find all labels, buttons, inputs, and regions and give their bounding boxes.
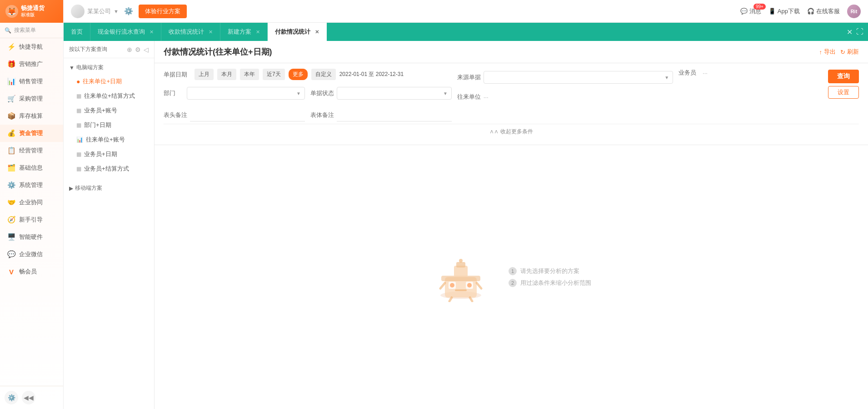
topbar-settings-icon[interactable]: ⚙️: [124, 7, 133, 15]
scheme-unit-account[interactable]: 📊 往来单位+账号: [64, 132, 154, 147]
topbar-company: 某某公司: [87, 7, 111, 15]
counterparty-dots[interactable]: ···: [484, 94, 489, 101]
export-label: 导出: [824, 48, 836, 56]
date-btn-custom[interactable]: 自定义: [311, 69, 336, 80]
tab-close-all-btn[interactable]: ✕: [847, 28, 853, 36]
add-scheme-btn[interactable]: ⊕: [127, 46, 132, 53]
page-actions: ↑ 导出 ↻ 刷新: [819, 48, 859, 56]
date-btn-this-year[interactable]: 本年: [240, 69, 259, 80]
capital-icon: 💰: [7, 129, 15, 137]
section-arrow-icon: ▼: [69, 65, 75, 71]
topbar-user[interactable]: Rit: [847, 5, 861, 18]
sidebar-settings-btn[interactable]: ⚙️: [5, 391, 18, 404]
inventory-icon: 📦: [7, 112, 15, 120]
tab-receivable-close[interactable]: ✕: [209, 29, 213, 35]
topbar-avatar: [71, 5, 85, 18]
source-select[interactable]: ▼: [484, 71, 673, 84]
collapse-panel-btn[interactable]: ◁: [144, 46, 149, 53]
body-note-input[interactable]: [337, 109, 452, 121]
tab-new-scheme[interactable]: 新建方案 ✕: [220, 23, 268, 41]
export-btn[interactable]: ↑ 导出: [819, 48, 836, 56]
topbar-messages[interactable]: 💬 消息 99+: [740, 7, 761, 15]
tab-payment[interactable]: 付款情况统计 ✕: [268, 23, 327, 41]
scheme-staff-settle[interactable]: ▦ 业务员+结算方式: [64, 162, 154, 176]
step-1-text: 请先选择要分析的方案: [520, 267, 579, 275]
topbar-dropdown-icon[interactable]: ▼: [114, 9, 119, 14]
staff-dots[interactable]: ···: [703, 70, 708, 76]
svg-point-6: [467, 283, 472, 288]
date-btn-more[interactable]: 更多: [289, 69, 308, 80]
left-panel-header: 按以下方案查询 ⊕ ⚙ ◁: [64, 41, 154, 58]
sidebar-nav: ⚡ 快捷导航 🎁 营销推广 📊 销售管理 🛒 采购管理 📦 库存核算 💰 资金管…: [0, 38, 63, 386]
sidebar-item-quick-nav[interactable]: ⚡ 快捷导航: [0, 38, 63, 56]
refresh-btn[interactable]: ↻ 刷新: [840, 48, 859, 56]
filter-body-note: 表体备注: [310, 106, 452, 124]
receipt-status-label: 单据状态: [310, 89, 334, 97]
settings-scheme-btn[interactable]: ⚙: [135, 46, 141, 53]
refresh-label: 刷新: [847, 48, 859, 56]
sidebar-item-operations[interactable]: 📋 经营管理: [0, 142, 63, 159]
filter-action-btns: 查询 设置: [823, 69, 859, 99]
scheme-icon-6: ▦: [76, 166, 81, 172]
date-btn-this-month[interactable]: 本月: [217, 69, 236, 80]
tab-payment-close[interactable]: ✕: [315, 29, 319, 35]
sidebar-item-inventory[interactable]: 📦 库存核算: [0, 107, 63, 125]
tab-expand-btn[interactable]: ⛶: [856, 28, 863, 36]
logo-icon: 🦊: [5, 5, 18, 18]
page-title: 付款情况统计(往来单位+日期): [164, 46, 272, 57]
sidebar-item-enterprise[interactable]: 🤝 企业协同: [0, 194, 63, 211]
collapse-more-btn[interactable]: ∧∧ 收起更多条件: [164, 124, 859, 139]
date-btn-7days[interactable]: 近7天: [263, 69, 285, 80]
filter-header-note: 表头备注: [164, 106, 305, 124]
mobile-section-title[interactable]: ▶ 移动端方案: [64, 182, 154, 195]
filter-row-2: 部门 ▼ 单据状态 ▼: [164, 85, 452, 102]
sidebar-item-basic[interactable]: 🗂️ 基础信息: [0, 159, 63, 177]
trial-button[interactable]: 体验行业方案: [139, 5, 187, 18]
tab-receivable-label: 收款情况统计: [169, 28, 204, 36]
sidebar-search[interactable]: 🔍 搜索菜单: [0, 23, 63, 38]
search-icon: 🔍: [5, 27, 11, 34]
date-btn-last-month[interactable]: 上月: [195, 69, 214, 80]
scheme-staff-account[interactable]: ▦ 业务员+账号: [64, 103, 154, 118]
tab-home[interactable]: 首页: [64, 23, 90, 41]
sidebar-item-sales[interactable]: 📊 销售管理: [0, 73, 63, 90]
logo-sub: 标准版: [21, 12, 45, 18]
scheme-staff-date[interactable]: ▦ 业务员+日期: [64, 147, 154, 162]
desktop-section-title[interactable]: ▼ 电脑端方案: [64, 61, 154, 74]
query-button[interactable]: 查询: [828, 70, 859, 83]
capital-label: 资金管理: [19, 129, 43, 137]
dept-select[interactable]: ▼: [187, 87, 305, 100]
tab-new-scheme-close[interactable]: ✕: [256, 29, 260, 35]
header-note-input[interactable]: [190, 109, 305, 121]
tab-new-scheme-label: 新建方案: [228, 28, 251, 36]
filter-source: 来源单据 ▼: [457, 69, 673, 86]
sidebar-item-system[interactable]: ⚙️ 系统管理: [0, 177, 63, 194]
sidebar-item-purchase[interactable]: 🛒 采购管理: [0, 90, 63, 107]
tab-bank-close[interactable]: ✕: [150, 29, 154, 35]
sidebar-collapse-btn[interactable]: ◀◀: [22, 391, 35, 404]
topbar-app-download[interactable]: 📱 App下载: [768, 7, 800, 15]
filter-receipt-status: 单据状态 ▼: [310, 85, 452, 102]
scheme-unit-date[interactable]: ● 往来单位+日期: [64, 74, 154, 89]
empty-steps: 1 请先选择要分析的方案 2 用过滤条件来缩小分析范围: [509, 267, 591, 287]
tab-bank[interactable]: 现金银行流水查询 ✕: [90, 23, 161, 41]
app-icon: 📱: [768, 8, 776, 15]
sidebar-item-vip[interactable]: V 畅会员: [0, 263, 63, 280]
svg-point-10: [459, 259, 463, 263]
topbar-online-service[interactable]: 🎧 在线客服: [807, 7, 840, 15]
tab-receivable[interactable]: 收款情况统计 ✕: [161, 23, 220, 41]
sidebar-bottom: ⚙️ ◀◀: [0, 386, 63, 409]
user-avatar: Rit: [847, 5, 861, 18]
sidebar-item-marketing[interactable]: 🎁 营销推广: [0, 56, 63, 73]
sidebar-item-wechat[interactable]: 💬 企业微信: [0, 246, 63, 263]
scheme-unit-settle[interactable]: ▦ 往来单位+结算方式: [64, 89, 154, 103]
sidebar-item-capital[interactable]: 💰 资金管理: [0, 125, 63, 142]
scheme-dept-date[interactable]: ▦ 部门+日期: [64, 118, 154, 132]
receipt-status-select[interactable]: ▼: [337, 87, 452, 100]
purchase-label: 采购管理: [19, 95, 43, 103]
hardware-icon: 🖥️: [7, 233, 15, 241]
filter-settings-button[interactable]: 设置: [828, 86, 859, 99]
left-panel: 按以下方案查询 ⊕ ⚙ ◁ ▼ 电脑端方案 ● 往来单位+日期 ▦: [64, 41, 155, 409]
sidebar-item-hardware[interactable]: 🖥️ 智能硬件: [0, 228, 63, 246]
sidebar-item-guide[interactable]: 🧭 新手引导: [0, 211, 63, 228]
